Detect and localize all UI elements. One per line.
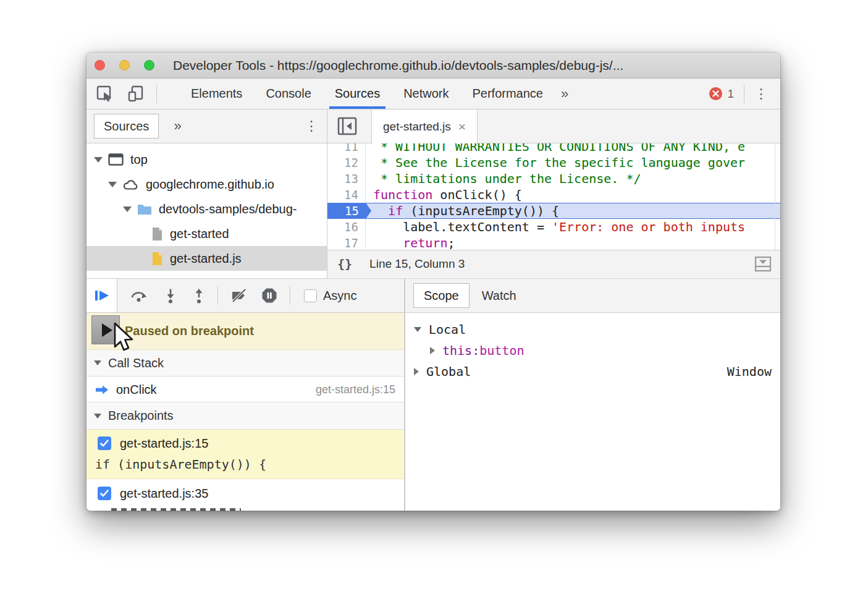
call-stack-title: Call Stack — [108, 356, 164, 370]
main-toolbar: Elements Console Sources Network Perform… — [86, 79, 780, 109]
breakpoint-line-number-badge[interactable]: 15 — [327, 203, 366, 219]
minimize-window-button[interactable] — [119, 60, 130, 70]
navigator-pane: Sources » ⋮ top — [86, 109, 327, 278]
collapse-arrow-icon[interactable] — [414, 327, 421, 332]
step-over-button[interactable] — [130, 288, 148, 303]
tab-scope[interactable]: Scope — [413, 283, 470, 308]
toggle-drawer-button[interactable] — [753, 254, 773, 274]
tree-item-top[interactable]: top — [86, 147, 327, 172]
editor-tab-bar: get-started.js × — [327, 109, 780, 143]
close-tab-icon[interactable]: × — [458, 119, 466, 134]
breakpoints-title: Breakpoints — [108, 409, 174, 423]
line-number[interactable]: 14 — [327, 187, 366, 203]
deactivate-breakpoints-button[interactable] — [230, 288, 248, 303]
collapse-arrow-icon[interactable] — [94, 360, 101, 365]
code-string: 'Error: one or both inputs — [552, 219, 745, 234]
code-indent — [373, 236, 403, 250]
tab-elements[interactable]: Elements — [179, 79, 254, 109]
scope-pane: Scope Watch Local this: button Global Wi… — [405, 278, 780, 511]
code-keyword: return — [403, 236, 447, 250]
scope-property-this[interactable]: this: button — [405, 340, 780, 361]
line-number[interactable]: 16 — [327, 219, 366, 235]
editor-scrollbar-track[interactable] — [775, 143, 775, 250]
navigator-kebab-icon[interactable]: ⋮ — [305, 118, 318, 134]
async-checkbox[interactable] — [304, 289, 317, 302]
tree-item-file-selected[interactable]: get-started.js — [86, 246, 327, 271]
line-number[interactable]: 12 — [327, 155, 366, 171]
debugger-toolbar-divider — [217, 286, 218, 305]
debugger-toolbar: Async — [86, 279, 404, 313]
line-number[interactable]: 13 — [327, 171, 366, 187]
resume-icon — [93, 288, 111, 303]
breakpoint-label: get-started.js:15 — [120, 437, 208, 451]
navigator-more-tabs-icon[interactable]: » — [174, 118, 181, 134]
navigator-header: Sources » ⋮ — [86, 109, 327, 143]
code-text: onClick() { — [432, 187, 522, 202]
frame-icon — [108, 153, 124, 166]
code-text: (inputsAreEmpty()) { — [403, 203, 559, 218]
file-icon — [151, 227, 163, 241]
tab-performance[interactable]: Performance — [461, 79, 555, 109]
collapse-arrow-icon[interactable] — [94, 414, 101, 419]
tree-item-label: devtools-samples/debug- — [159, 202, 297, 216]
pause-on-exceptions-icon — [261, 287, 277, 304]
code-keyword: function — [373, 187, 432, 202]
breakpoint-entry-active[interactable]: get-started.js:15 if (inputsAreEmpty()) … — [86, 430, 404, 479]
expand-arrow-icon[interactable] — [94, 157, 103, 163]
call-stack-frame[interactable]: onClick get-started.js:15 — [86, 377, 404, 402]
tab-console[interactable]: Console — [254, 79, 322, 109]
panel-tabs: Elements Console Sources Network Perform… — [179, 79, 555, 109]
resume-script-button[interactable] — [86, 279, 117, 312]
code-line: 17 return; — [327, 235, 780, 250]
more-tabs-icon[interactable]: » — [561, 86, 568, 102]
step-out-button[interactable] — [193, 288, 205, 304]
toggle-device-toolbar-button[interactable] — [125, 83, 146, 104]
scope-section-label: Local — [429, 322, 466, 337]
breakpoint-checkbox-checked[interactable] — [98, 437, 111, 450]
breakpoint-snippet: if (inputsAreEmpty()) { — [95, 457, 404, 472]
line-number[interactable]: 11 — [327, 143, 366, 155]
tab-sources[interactable]: Sources — [323, 79, 392, 109]
pause-on-exceptions-button[interactable] — [261, 287, 277, 304]
code-line: 11 * WITHOUT WARRANTIES OR CONDITIONS OF… — [327, 143, 780, 155]
inspect-element-button[interactable] — [95, 83, 116, 104]
property-name: this — [442, 343, 472, 358]
code-indent — [373, 203, 388, 218]
page-canvas: Developer Tools - https://googlechrome.g… — [0, 0, 868, 609]
breakpoint-entry[interactable]: get-started.js:35 — [86, 479, 404, 511]
window-title: Developer Tools - https://googlechrome.g… — [173, 53, 623, 79]
code-keyword: if — [388, 203, 403, 218]
tree-item-file[interactable]: get-started — [86, 221, 327, 246]
tab-network[interactable]: Network — [392, 79, 460, 109]
expand-arrow-icon[interactable] — [430, 347, 435, 354]
js-file-icon — [151, 252, 163, 266]
step-into-icon — [164, 288, 177, 304]
expand-arrow-icon[interactable] — [108, 182, 117, 187]
expand-arrow-icon[interactable] — [414, 368, 419, 375]
breakpoints-header[interactable]: Breakpoints — [86, 402, 404, 430]
breakpoint-checkbox-checked[interactable] — [98, 487, 111, 500]
error-count: 1 — [727, 87, 734, 101]
tree-item-folder[interactable]: devtools-samples/debug- — [86, 197, 327, 221]
editor-pane: get-started.js × 11 * WITHOUT WARRANTIES… — [327, 109, 780, 278]
line-number[interactable]: 17 — [327, 235, 366, 250]
zoom-window-button[interactable] — [144, 60, 154, 70]
step-into-button[interactable] — [164, 288, 177, 304]
close-window-button[interactable] — [95, 60, 105, 70]
main-menu-kebab-icon[interactable]: ⋮ — [754, 86, 768, 102]
scope-section-global[interactable]: Global Window — [405, 361, 780, 382]
tab-watch[interactable]: Watch — [482, 289, 516, 303]
paused-message: Paused on breakpoint — [125, 324, 254, 338]
editor-tab-get-started-js[interactable]: get-started.js × — [371, 110, 478, 144]
hide-navigator-button[interactable] — [336, 115, 358, 137]
mouse-cursor-icon — [112, 322, 135, 354]
scope-section-local[interactable]: Local — [405, 319, 780, 340]
checkmark-icon — [99, 439, 109, 448]
error-badge-icon[interactable] — [709, 87, 722, 100]
pretty-print-button[interactable]: {} — [337, 257, 352, 271]
expand-arrow-icon[interactable] — [123, 207, 132, 212]
inspect-cursor-icon — [96, 85, 114, 103]
navigator-tab-sources[interactable]: Sources — [94, 114, 159, 138]
tree-item-domain[interactable]: googlechrome.github.io — [86, 172, 327, 197]
code-line: 12 * See the License for the specific la… — [327, 155, 780, 171]
